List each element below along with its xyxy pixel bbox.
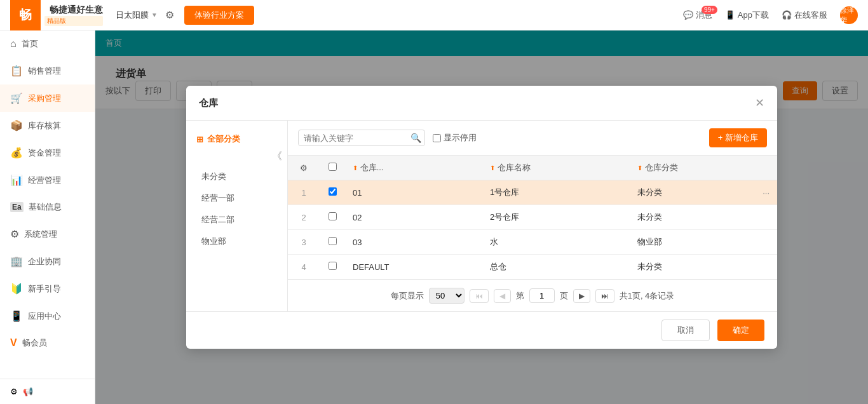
main-content: 首页 进货单 按以下 打印 导出 刷新 查询 设置 仓库 ✕ bbox=[95, 30, 868, 404]
row-checkbox[interactable] bbox=[329, 262, 337, 270]
row-code: 03 bbox=[345, 230, 482, 255]
sort-icon-name: ⬆ bbox=[490, 165, 495, 172]
chevron-down-icon: ▼ bbox=[151, 11, 158, 18]
sidebar-item-home[interactable]: ⌂ 首页 bbox=[0, 30, 95, 57]
per-page-select[interactable]: 50 100 bbox=[429, 288, 465, 304]
confirm-button[interactable]: 确定 bbox=[717, 320, 764, 341]
trial-button[interactable]: 体验行业方案 bbox=[184, 6, 254, 25]
dialog-main-content: 🔍 显示停用 + 新增仓库 bbox=[288, 121, 777, 311]
sort-icon-cat: ⬆ bbox=[637, 165, 642, 172]
dialog-sidebar: ⊞ 全部分类 《 未分类 经营一部 经营二部 物业部 bbox=[186, 121, 288, 311]
sort-icon: ⬆ bbox=[353, 165, 358, 172]
pagination-total: 共1页, 4条记录 bbox=[620, 290, 675, 302]
next-page-button[interactable]: ▶ bbox=[573, 289, 590, 303]
sidebar-item-member[interactable]: V 畅会员 bbox=[0, 330, 95, 356]
store-selector[interactable]: 日太阳膜 ▼ bbox=[116, 10, 158, 21]
sidebar-item-inventory[interactable]: 📦 库存核算 bbox=[0, 112, 95, 139]
pagination: 每页显示 50 100 ⏮ ◀ 第 页 ▶ ⏭ 共 bbox=[288, 279, 777, 311]
category-item-property[interactable]: 物业部 bbox=[186, 231, 287, 252]
first-page-button[interactable]: ⏮ bbox=[470, 289, 489, 303]
message-icon: 💬 bbox=[683, 10, 693, 20]
app-download-button[interactable]: 📱 App下载 bbox=[725, 10, 769, 21]
headset-icon: 🎧 bbox=[782, 10, 792, 20]
sidebar-item-apps[interactable]: 📱 应用中心 bbox=[0, 302, 95, 330]
sidebar-item-guide[interactable]: 🔰 新手引导 bbox=[0, 275, 95, 302]
system-icon: ⚙ bbox=[10, 228, 19, 240]
close-icon[interactable]: ✕ bbox=[755, 96, 764, 110]
row-checkbox[interactable] bbox=[329, 237, 337, 245]
cancel-button[interactable]: 取消 bbox=[661, 320, 710, 341]
row-checkbox[interactable] bbox=[329, 187, 337, 196]
grid-icon: ⊞ bbox=[196, 135, 203, 144]
guide-icon: 🔰 bbox=[10, 283, 23, 295]
sidebar-item-purchase[interactable]: 🛒 采购管理 bbox=[0, 84, 95, 112]
dialog-footer: 取消 确定 bbox=[186, 311, 777, 349]
header: 畅 畅捷通好生意 精品版 日太阳膜 ▼ ⚙ 体验行业方案 💬 消息 99+ 📱 … bbox=[0, 0, 868, 30]
prev-page-button[interactable]: ◀ bbox=[494, 289, 511, 303]
user-menu[interactable]: 徐泽华 bbox=[840, 6, 858, 24]
service-button[interactable]: 🎧 在线客服 bbox=[782, 10, 827, 21]
last-page-button[interactable]: ⏭ bbox=[595, 289, 614, 303]
category-item-dept2[interactable]: 经营二部 bbox=[186, 209, 287, 231]
dialog-body: ⊞ 全部分类 《 未分类 经营一部 经营二部 物业部 bbox=[186, 121, 777, 311]
row-name: 水 bbox=[482, 230, 630, 255]
row-code: 02 bbox=[345, 205, 482, 230]
row-checkbox-cell bbox=[320, 205, 345, 230]
search-input[interactable] bbox=[304, 133, 410, 143]
add-warehouse-button[interactable]: + 新增仓库 bbox=[709, 128, 767, 147]
sidebar: ⌂ 首页 📋 销售管理 🛒 采购管理 📦 库存核算 💰 资金管理 📊 经营管理 … bbox=[0, 30, 95, 404]
row-more-icon[interactable]: ··· bbox=[763, 188, 770, 198]
table-row[interactable]: 1 01 1号仓库 未分类 ··· bbox=[288, 180, 777, 205]
collapse-icon[interactable]: 《 bbox=[272, 150, 282, 163]
header-right: 💬 消息 99+ 📱 App下载 🎧 在线客服 徐泽华 bbox=[683, 6, 858, 24]
inventory-icon: 📦 bbox=[10, 119, 23, 131]
messages-button[interactable]: 💬 消息 99+ bbox=[683, 10, 712, 21]
row-num: 4 bbox=[288, 255, 320, 279]
search-icon: 🔍 bbox=[410, 133, 421, 143]
all-category-item[interactable]: ⊞ 全部分类 bbox=[186, 128, 287, 150]
dialog-toolbar: 🔍 显示停用 + 新增仓库 bbox=[288, 121, 777, 156]
category-item-dept1[interactable]: 经营一部 bbox=[186, 187, 287, 209]
capital-icon: 💰 bbox=[10, 147, 23, 159]
show-disabled-checkbox[interactable] bbox=[433, 134, 441, 142]
search-box: 🔍 bbox=[298, 130, 425, 146]
sidebar-item-operation[interactable]: 📊 经营管理 bbox=[0, 166, 95, 194]
purchase-icon: 🛒 bbox=[10, 92, 23, 104]
table-row[interactable]: 2 02 2号仓库 未分类 bbox=[288, 205, 777, 230]
row-code: 01 bbox=[345, 180, 482, 205]
table-header-row: ⚙ ⬆ 仓库... bbox=[288, 156, 777, 180]
avatar: 徐泽华 bbox=[840, 6, 858, 24]
col-name-header: ⬆ 仓库名称 bbox=[482, 156, 630, 180]
sidebar-item-sales[interactable]: 📋 销售管理 bbox=[0, 57, 95, 84]
sidebar-item-capital[interactable]: 💰 资金管理 bbox=[0, 139, 95, 166]
row-checkbox[interactable] bbox=[329, 212, 337, 220]
row-code: DEFAULT bbox=[345, 255, 482, 279]
basic-icon: Ea bbox=[10, 202, 24, 212]
member-icon: V bbox=[10, 337, 17, 349]
row-num: 1 bbox=[288, 180, 320, 205]
select-all-checkbox[interactable] bbox=[329, 163, 337, 171]
speaker-icon[interactable]: 📢 bbox=[23, 387, 33, 396]
home-icon: ⌂ bbox=[10, 38, 17, 50]
dialog-title: 仓库 bbox=[199, 97, 218, 109]
sidebar-item-basic[interactable]: Ea 基础信息 bbox=[0, 194, 95, 220]
table-row[interactable]: 4 DEFAULT 总仓 未分类 bbox=[288, 255, 777, 279]
row-category: 未分类 ··· bbox=[630, 180, 777, 205]
row-num: 3 bbox=[288, 230, 320, 255]
show-disabled-checkbox-label[interactable]: 显示停用 bbox=[433, 132, 477, 144]
enterprise-icon: 🏢 bbox=[10, 255, 23, 267]
table-row[interactable]: 3 03 水 物业部 bbox=[288, 230, 777, 255]
modal-overlay: 仓库 ✕ ⊞ 全部分类 《 未分类 经营一部 bbox=[95, 30, 868, 404]
sidebar-footer: ⚙ 📢 bbox=[0, 379, 95, 404]
row-category: 未分类 bbox=[630, 205, 777, 229]
sidebar-item-system[interactable]: ⚙ 系统管理 bbox=[0, 220, 95, 248]
settings-footer-icon[interactable]: ⚙ bbox=[10, 387, 18, 396]
row-name: 2号仓库 bbox=[482, 205, 630, 230]
row-category: 物业部 bbox=[630, 230, 777, 254]
page-input[interactable] bbox=[529, 288, 555, 303]
row-checkbox-cell bbox=[320, 180, 345, 205]
category-item-uncategorized[interactable]: 未分类 bbox=[186, 166, 287, 187]
sales-icon: 📋 bbox=[10, 65, 23, 77]
settings-icon[interactable]: ⚙ bbox=[165, 9, 174, 21]
sidebar-item-enterprise[interactable]: 🏢 企业协同 bbox=[0, 248, 95, 275]
